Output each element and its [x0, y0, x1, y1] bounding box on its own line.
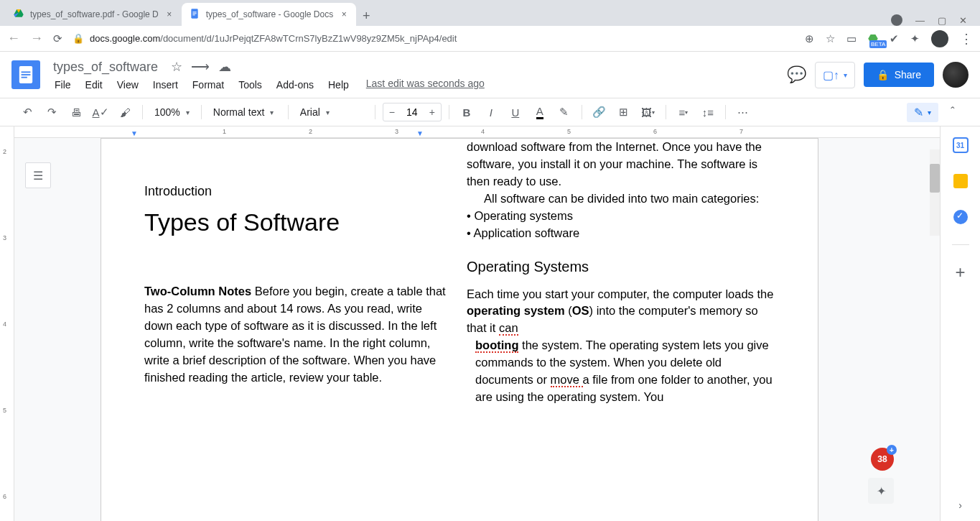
menu-tools[interactable]: Tools: [233, 78, 268, 92]
chevron-down-icon: ▾: [844, 71, 847, 79]
intro-heading[interactable]: Introduction: [144, 182, 452, 200]
new-tab-button[interactable]: +: [356, 6, 376, 26]
comments-icon[interactable]: 💬: [787, 65, 806, 84]
shield-icon[interactable]: ✔: [890, 32, 899, 45]
keep-icon[interactable]: [952, 172, 969, 190]
print-icon[interactable]: 🖶: [66, 102, 86, 122]
extension-beta-icon[interactable]: ⬣ BETA: [868, 32, 878, 45]
paint-format-icon[interactable]: 🖌: [115, 102, 135, 122]
collapse-toolbar-icon[interactable]: ˆ: [943, 102, 963, 122]
maximize-icon[interactable]: ▢: [938, 15, 946, 26]
indent-marker-icon[interactable]: ▼: [131, 129, 138, 137]
menu-edit[interactable]: Edit: [80, 78, 108, 92]
highlight-icon[interactable]: ✎: [554, 102, 574, 122]
spelling-error[interactable]: move: [551, 373, 583, 387]
tab-title: types_of_software - Google Docs: [206, 9, 333, 19]
lock-icon: 🔒: [73, 33, 84, 44]
account-avatar[interactable]: [943, 62, 969, 88]
document-h1[interactable]: Types of Software: [144, 205, 452, 240]
insert-comment-icon[interactable]: ⊞: [614, 102, 634, 122]
paragraph-os[interactable]: Each time you start your computer, the c…: [467, 286, 775, 338]
line-spacing-icon[interactable]: ↕≡: [698, 102, 718, 122]
present-button[interactable]: ▢↑ ▾: [815, 62, 855, 88]
notification-badge[interactable]: 38 +: [871, 448, 894, 471]
decrease-font-icon[interactable]: −: [383, 103, 401, 121]
italic-icon[interactable]: I: [481, 102, 501, 122]
insert-link-icon[interactable]: 🔗: [589, 102, 610, 122]
extension-reader-icon[interactable]: ▭: [846, 32, 857, 45]
extensions-icon[interactable]: ✦: [910, 32, 920, 45]
menu-file[interactable]: File: [49, 78, 77, 92]
tasks-icon[interactable]: [952, 208, 969, 226]
spelling-error[interactable]: can: [499, 321, 518, 336]
close-icon[interactable]: ×: [339, 9, 349, 19]
align-icon[interactable]: ≡▾: [673, 102, 694, 122]
underline-icon[interactable]: U: [505, 102, 526, 122]
url-input[interactable]: 🔒 docs.google.com/document/d/1uJrPejqtZF…: [73, 33, 795, 44]
reload-icon[interactable]: ⟳: [53, 32, 62, 45]
bullet-item[interactable]: • Application software: [467, 225, 775, 242]
font-select[interactable]: Arial▾: [296, 106, 368, 118]
menu-format[interactable]: Format: [187, 78, 230, 92]
pencil-icon: ✎: [914, 106, 923, 119]
document-page[interactable]: Introduction Types of Software Two-Colum…: [101, 138, 818, 521]
paragraph-booting[interactable]: booting the system. The operating system…: [467, 337, 775, 406]
spellcheck-icon[interactable]: A✓: [90, 102, 111, 122]
menu-view[interactable]: View: [111, 78, 144, 92]
vertical-ruler[interactable]: 2 3 4 5 6: [0, 126, 14, 521]
cloud-status-icon[interactable]: ☁: [218, 59, 231, 75]
horizontal-ruler[interactable]: ▼ 1 2 3 ▼ 4 5 6 7: [14, 126, 940, 138]
text-color-icon[interactable]: A: [530, 102, 550, 122]
close-window-icon[interactable]: ✕: [959, 15, 967, 26]
collapse-side-panel-icon[interactable]: ›: [958, 499, 962, 511]
editing-mode-button[interactable]: ✎ ▾: [907, 103, 938, 122]
minimize-icon[interactable]: —: [915, 15, 925, 26]
zoom-select[interactable]: 100%▾: [150, 106, 194, 118]
increase-font-icon[interactable]: +: [424, 103, 441, 121]
font-size-stepper[interactable]: − 14 +: [383, 103, 442, 121]
move-icon[interactable]: ⟶: [191, 59, 210, 75]
paragraph-two-column-notes[interactable]: Two-Column Notes Before you begin, creat…: [144, 283, 452, 387]
insert-image-icon[interactable]: 🖼▾: [638, 102, 658, 122]
docs-favicon-icon: [189, 8, 200, 22]
scrollbar[interactable]: [930, 149, 940, 236]
bullet-item[interactable]: • Operating systems: [467, 208, 775, 225]
spelling-error[interactable]: booting: [475, 338, 518, 353]
document-outline-icon[interactable]: ☰: [25, 162, 51, 188]
undo-icon[interactable]: ↶: [17, 102, 37, 122]
bold-icon[interactable]: B: [457, 102, 477, 122]
back-icon[interactable]: ←: [7, 31, 20, 46]
document-h2[interactable]: Operating Systems: [467, 257, 775, 277]
docs-logo-icon[interactable]: [11, 60, 40, 89]
zoom-icon[interactable]: ⊕: [805, 32, 814, 45]
add-addon-icon[interactable]: +: [952, 264, 969, 281]
document-title-input[interactable]: types_of_software: [49, 58, 162, 76]
paragraph-style-select[interactable]: Normal text▾: [209, 106, 281, 118]
browser-tab-docs[interactable]: types_of_software - Google Docs ×: [182, 3, 356, 26]
menu-addons[interactable]: Add-ons: [271, 78, 319, 92]
indent-marker-icon[interactable]: ▼: [416, 129, 424, 137]
star-icon[interactable]: ☆: [826, 32, 835, 45]
docs-toolbar: ↶ ↷ 🖶 A✓ 🖌 100%▾ Normal text▾ Arial▾ − 1…: [0, 98, 980, 126]
account-icon[interactable]: [891, 14, 902, 26]
plus-icon: +: [887, 445, 897, 455]
star-icon[interactable]: ☆: [171, 59, 182, 75]
last-edit-link[interactable]: Last edit was seconds ago: [366, 78, 485, 92]
share-button[interactable]: 🔒 Share: [864, 63, 934, 87]
close-icon[interactable]: ×: [164, 9, 174, 19]
paragraph-categories[interactable]: All software can be divided into two mai…: [467, 190, 775, 208]
scrollbar-thumb[interactable]: [930, 164, 940, 193]
paragraph-download[interactable]: download software from the Internet. Onc…: [467, 139, 775, 190]
browser-tab-drive[interactable]: types_of_software.pdf - Google D ×: [6, 3, 182, 26]
browser-menu-icon[interactable]: ⋮: [960, 31, 973, 47]
explore-button[interactable]: ✦: [868, 478, 894, 504]
menu-bar: File Edit View Insert Format Tools Add-o…: [49, 78, 778, 92]
menu-insert[interactable]: Insert: [147, 78, 184, 92]
redo-icon[interactable]: ↷: [42, 102, 62, 122]
calendar-icon[interactable]: 31: [952, 137, 969, 154]
tab-title: types_of_software.pdf - Google D: [30, 9, 159, 19]
profile-avatar[interactable]: [931, 30, 948, 47]
font-size-input[interactable]: 14: [401, 106, 424, 118]
menu-help[interactable]: Help: [322, 78, 355, 92]
more-icon[interactable]: ⋯: [733, 102, 753, 122]
